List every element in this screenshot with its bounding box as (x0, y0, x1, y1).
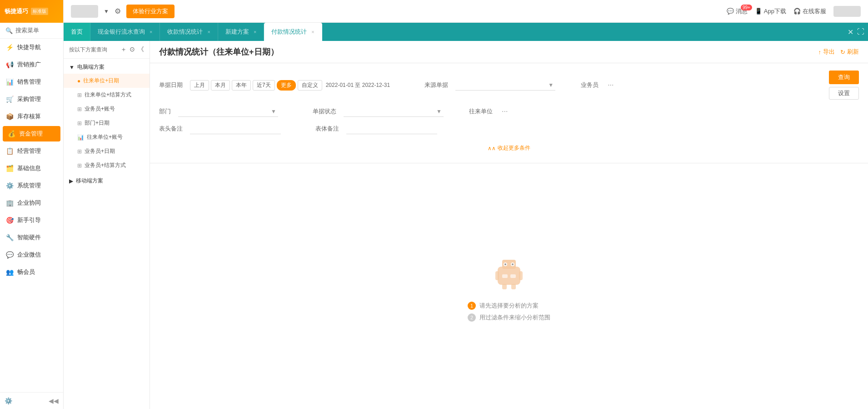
tab-payment-stats[interactable]: 付款情况统计 × (264, 23, 322, 41)
scheme-salesman-date-icon: ⊞ (77, 148, 82, 155)
tab-payment-stats-close[interactable]: × (311, 29, 314, 35)
tab-bank-flow-label: 现金银行流水查询 (98, 28, 145, 36)
tab-home[interactable]: 首页 (64, 23, 90, 41)
partner-ellipsis[interactable]: ··· (502, 107, 508, 116)
date-btn-this-year[interactable]: 本年 (232, 80, 251, 91)
export-btn[interactable]: ↑ 导出 (818, 48, 835, 56)
sidebar-item-label: 销售管理 (17, 78, 41, 86)
sidebar-item-base-info[interactable]: 🗂️ 基础信息 (0, 160, 63, 177)
scheme-dept-date[interactable]: ⊞ 部门+日期 (64, 116, 150, 130)
settings-scheme-icon[interactable]: ⊙ (130, 45, 135, 54)
sidebar-settings-icon[interactable]: ⚙️ (5, 397, 12, 404)
topbar-online-service[interactable]: 🎧 在线客服 (793, 7, 826, 15)
filter-settings-btn[interactable]: 设置 (829, 87, 859, 100)
sidebar-item-label: 库存核算 (17, 112, 41, 121)
salesman-ellipsis[interactable]: ··· (608, 81, 614, 89)
sidebar-collapse-icon[interactable]: ◀◀ (49, 397, 59, 404)
tab-income-stats[interactable]: 收款情况统计 × (160, 23, 218, 41)
doc-status-select-wrap: ▼ (344, 106, 444, 117)
scheme-unit-date[interactable]: ● 往来单位+日期 (64, 74, 150, 88)
table-body-remark-input[interactable] (346, 123, 437, 134)
topbar-user-avatar[interactable] (833, 6, 861, 17)
tab-new-plan-label: 新建方案 (225, 28, 249, 36)
doc-status-chevron-icon: ▼ (436, 108, 442, 115)
collapse-label: 收起更多条件 (498, 144, 530, 152)
scheme-salesman-settlement[interactable]: ⊞ 业务员+结算方式 (64, 158, 150, 172)
topbar-dropdown-arrow[interactable]: ▼ (104, 8, 109, 15)
date-btn-more[interactable]: 更多 (277, 80, 296, 91)
scheme-unit-account[interactable]: 📊 往来单位+账号 (64, 130, 150, 144)
filter-area: 单据日期 上月 本月 本年 近7天 更多 自定义 2022-01-01 至 20… (150, 63, 868, 163)
content-area: 按以下方案查询 ＋ ⊙ 《 ▼ 电脑端方案 ● 往来单位+日期 ⊞ (64, 41, 868, 409)
sidebar: 畅捷通巧 标准版 🔍 搜索菜单 ⚡ 快捷导航 📢 营销推广 📊 销售管理 🛒 采… (0, 0, 64, 409)
left-panel-header: 按以下方案查询 ＋ ⊙ 《 (64, 41, 150, 59)
sidebar-item-guide[interactable]: 🎯 新手引导 (0, 212, 63, 229)
sidebar-item-operations[interactable]: 📋 经营管理 (0, 142, 63, 160)
hardware-icon: 🔧 (5, 233, 14, 242)
query-btn[interactable]: 查询 (829, 71, 859, 84)
refresh-btn[interactable]: ↻ 刷新 (840, 48, 859, 56)
marketing-icon: 📢 (5, 61, 14, 69)
sidebar-footer: ⚙️ ◀◀ (0, 392, 63, 409)
scheme-salesman-date[interactable]: ⊞ 业务员+日期 (64, 144, 150, 158)
doc-status-label: 单据状态 (313, 107, 336, 116)
empty-state-icon (486, 251, 532, 296)
app-icon: 📱 (755, 8, 762, 15)
scheme-salesman-account[interactable]: ⊞ 业务员+账号 (64, 102, 150, 116)
date-btn-custom[interactable]: 自定义 (298, 80, 322, 91)
desktop-section-header[interactable]: ▼ 电脑端方案 (64, 61, 150, 74)
sidebar-item-finance[interactable]: 💰 资金管理 (3, 126, 60, 141)
page-header: 付款情况统计（往来单位+日期） ↑ 导出 ↻ 刷新 (150, 41, 868, 63)
finance-icon: 💰 (7, 130, 15, 138)
add-scheme-icon[interactable]: ＋ (120, 45, 127, 54)
sidebar-item-inventory[interactable]: 📦 库存核算 (0, 108, 63, 125)
sidebar-logo: 畅捷通巧 (5, 7, 28, 15)
partner-label: 往来单位 (469, 107, 493, 116)
scheme-dept-date-label: 部门+日期 (85, 119, 110, 127)
date-btn-last-7days[interactable]: 近7天 (253, 80, 275, 91)
sidebar-item-quick-nav[interactable]: ⚡ 快捷导航 (0, 39, 63, 56)
sidebar-version-badge: 标准版 (31, 8, 48, 15)
tab-bank-flow-close[interactable]: × (150, 29, 152, 35)
table-header-remark-input[interactable] (190, 123, 281, 134)
dept-select[interactable] (178, 106, 269, 116)
tabbar-close-all-icon[interactable]: ✕ (848, 28, 853, 36)
mobile-expand-icon: ▶ (69, 178, 73, 184)
dept-chevron-icon: ▼ (271, 108, 276, 115)
tab-income-stats-close[interactable]: × (207, 29, 210, 35)
tip-num-1: 1 (468, 302, 476, 310)
collapse-left-icon[interactable]: 《 (138, 45, 144, 54)
sidebar-item-sales[interactable]: 📊 销售管理 (0, 73, 63, 91)
date-btn-this-month[interactable]: 本月 (211, 80, 230, 91)
date-buttons: 上月 本月 本年 近7天 更多 自定义 2022-01-01 至 2022-12… (190, 80, 390, 91)
messages-badge: 99+ (741, 5, 752, 10)
tab-new-plan-close[interactable]: × (254, 29, 256, 35)
page-title: 付款情况统计（往来单位+日期） (159, 46, 279, 57)
tab-new-plan[interactable]: 新建方案 × (218, 23, 264, 41)
topbar-messages[interactable]: 💬 消息 99+ (727, 7, 748, 15)
date-btn-last-month[interactable]: 上月 (190, 80, 209, 91)
collapse-btn[interactable]: ∧∧ 收起更多条件 (159, 141, 859, 156)
inventory-icon: 📦 (5, 112, 14, 121)
scheme-salesman-settlement-label: 业务员+结算方式 (85, 162, 126, 169)
sidebar-item-member[interactable]: 👥 畅会员 (0, 263, 63, 281)
source-select[interactable] (455, 80, 546, 90)
mobile-section-header[interactable]: ▶ 移动端方案 (64, 174, 150, 187)
sidebar-item-hardware[interactable]: 🔧 智能硬件 (0, 229, 63, 246)
trial-btn[interactable]: 体验行业方案 (126, 5, 175, 18)
scheme-unit-settlement[interactable]: ⊞ 往来单位+结算方式 (64, 88, 150, 102)
sidebar-search[interactable]: 🔍 搜索菜单 (0, 23, 63, 39)
tabbar-expand-icon[interactable]: ⛶ (857, 28, 864, 36)
topbar-app-download[interactable]: 📱 App下载 (755, 7, 786, 15)
tab-bank-flow[interactable]: 现金银行流水查询 × (90, 23, 160, 41)
svg-point-5 (512, 263, 514, 265)
scheme-salesman-date-label: 业务员+日期 (85, 147, 115, 155)
doc-status-select[interactable] (344, 106, 434, 116)
source-chevron-icon: ▼ (548, 82, 554, 88)
topbar-gear-icon[interactable]: ⚙ (115, 7, 121, 15)
sidebar-item-purchase[interactable]: 🛒 采购管理 (0, 91, 63, 108)
sidebar-item-marketing[interactable]: 📢 营销推广 (0, 56, 63, 73)
sidebar-item-weixin[interactable]: 💬 企业微信 (0, 246, 63, 263)
sidebar-item-enterprise[interactable]: 🏢 企业协同 (0, 194, 63, 212)
sidebar-item-system[interactable]: ⚙️ 系统管理 (0, 177, 63, 194)
